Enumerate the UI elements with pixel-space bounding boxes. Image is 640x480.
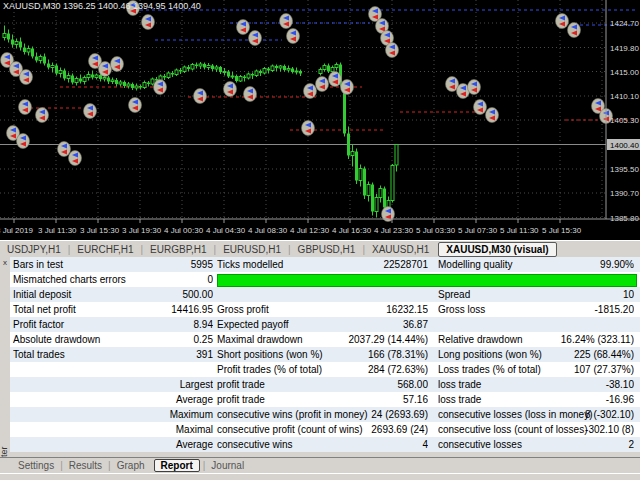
report-cell-value: 24 (2693.69) bbox=[290, 407, 428, 422]
report-row: Initial deposit500.00Spread10 bbox=[10, 287, 640, 302]
chart-tab[interactable]: EURGBP,H1 bbox=[143, 243, 214, 256]
chart-tab[interactable]: EURCHF,H1 bbox=[70, 243, 140, 256]
report-cell-value: Maximum bbox=[70, 407, 213, 422]
report-cell-value: 16.24% (323.11) bbox=[530, 332, 634, 347]
report-row: Profit trades (% of total)284 (72.63%)Lo… bbox=[10, 362, 640, 377]
report-row: Profit factor8.94Expected payoff36.87 bbox=[10, 317, 640, 332]
report-cell-value: -16.96 bbox=[530, 392, 634, 407]
price-chart[interactable]: 1424.701419.801415.001410.101405.301395.… bbox=[0, 0, 640, 240]
svg-text:5 Jul 11:30: 5 Jul 11:30 bbox=[500, 226, 539, 235]
report-row: Averageconsecutive wins4consecutive loss… bbox=[10, 437, 640, 452]
svg-text:4 Jul 23:30: 4 Jul 23:30 bbox=[374, 226, 414, 235]
report-cell-value: -38.10 bbox=[530, 377, 634, 392]
report-cell-value: 166 (78.31%) bbox=[290, 347, 428, 362]
report-cell-value: 107 (27.37%) bbox=[530, 362, 634, 377]
chart-tab[interactable]: USDJPY,H1 bbox=[0, 243, 68, 256]
svg-text:1385.80: 1385.80 bbox=[610, 214, 639, 223]
svg-text:4 Jul 04:30: 4 Jul 04:30 bbox=[206, 226, 246, 235]
svg-text:1419.80: 1419.80 bbox=[610, 44, 639, 53]
report-cell-value: 2037.29 (14.44%) bbox=[290, 332, 428, 347]
svg-text:4 Jul 08:30: 4 Jul 08:30 bbox=[248, 226, 288, 235]
report-cell-value: 284 (72.63%) bbox=[290, 362, 428, 377]
tester-tab-results[interactable]: Results bbox=[63, 460, 108, 471]
report-cell-value: 8 (-302.10) bbox=[530, 407, 634, 422]
svg-text:1415.00: 1415.00 bbox=[610, 68, 639, 77]
report-cell-value: 0.25 bbox=[70, 332, 213, 347]
report-row: Total net profit14416.95Gross profit1623… bbox=[10, 302, 640, 317]
svg-text:1395.50: 1395.50 bbox=[610, 165, 639, 174]
svg-text:1424.70: 1424.70 bbox=[610, 19, 639, 28]
svg-text:1405.30: 1405.30 bbox=[610, 116, 639, 125]
report-cell-value: 36.87 bbox=[290, 317, 428, 332]
report-row: Total trades391Short positions (won %)16… bbox=[10, 347, 640, 362]
current-price-tag: 1400.40 bbox=[607, 139, 640, 150]
report-cell-value: 99.90% bbox=[530, 257, 634, 272]
report-cell-value: Average bbox=[70, 392, 213, 407]
modelling-quality-bar bbox=[217, 274, 637, 287]
report-row: Averageprofit trade57.16loss trade-16.96 bbox=[10, 392, 640, 407]
chart-tab-bar: USDJPY,H1|EURCHF,H1|EURGBP,H1|EURUSD,H1|… bbox=[0, 240, 640, 258]
report-cell-value: Maximal bbox=[70, 422, 213, 437]
report-row: Absolute drawdown0.25Maximal drawdown203… bbox=[10, 332, 640, 347]
chart-tab[interactable]: GBPUSD,H1 bbox=[291, 243, 363, 256]
report-cell-value: -1815.20 bbox=[530, 302, 634, 317]
report-row: Maximumconsecutive wins (profit in money… bbox=[10, 407, 640, 422]
svg-text:5 Jul 07:30: 5 Jul 07:30 bbox=[458, 226, 498, 235]
report-cell-value: 57.16 bbox=[290, 392, 428, 407]
report-cell-value: 22528701 bbox=[290, 257, 428, 272]
svg-text:1390.70: 1390.70 bbox=[610, 189, 639, 198]
report-cell-value: 8.94 bbox=[70, 317, 213, 332]
report-cell-value: 391 bbox=[70, 347, 213, 362]
report-cell-value: 2693.69 (24) bbox=[290, 422, 428, 437]
report-row: Bars in test5995Ticks modelled22528701Mo… bbox=[10, 257, 640, 272]
report-row: Mismatched charts errors0 bbox=[10, 272, 640, 287]
report-cell-value: 4 bbox=[290, 437, 428, 452]
svg-text:4 Jul 16:30: 4 Jul 16:30 bbox=[332, 226, 372, 235]
chart-canvas[interactable]: 1424.701419.801415.001410.101405.301395.… bbox=[0, 0, 640, 240]
chart-tab[interactable]: XAUUSD,H1 bbox=[365, 243, 436, 256]
svg-text:3 Jul 11:30: 3 Jul 11:30 bbox=[38, 226, 77, 235]
svg-text:4 Jul 00:30: 4 Jul 00:30 bbox=[164, 226, 204, 235]
chart-tab[interactable]: XAUUSD,M30 (visual) bbox=[438, 242, 556, 257]
report-cell-value: 5995 bbox=[70, 257, 213, 272]
tester-tab-journal[interactable]: Journal bbox=[205, 460, 250, 471]
report-cell-value: -302.10 (8) bbox=[530, 422, 634, 437]
report-table: Bars in test5995Ticks modelled22528701Mo… bbox=[10, 257, 640, 452]
close-icon[interactable]: x bbox=[1, 258, 9, 267]
price-axis-labels: 1424.701419.801415.001410.101405.301395.… bbox=[610, 19, 639, 223]
report-cell-value: 0 bbox=[70, 272, 213, 287]
report-cell-value: 500.00 bbox=[70, 287, 213, 302]
tester-tab-report[interactable]: Report bbox=[154, 459, 200, 472]
report-cell-value: 2 bbox=[530, 437, 634, 452]
tester-tab-graph[interactable]: Graph bbox=[111, 460, 151, 471]
svg-text:3 Jul 19:30: 3 Jul 19:30 bbox=[122, 226, 162, 235]
report-cell-value: 14416.95 bbox=[70, 302, 213, 317]
tester-tab-settings[interactable]: Settings bbox=[12, 460, 60, 471]
report-cell-value: 10 bbox=[530, 287, 634, 302]
svg-text:3 Jul 2019: 3 Jul 2019 bbox=[0, 226, 33, 235]
chart-tab[interactable]: EURUSD,H1 bbox=[216, 243, 288, 256]
svg-text:1410.10: 1410.10 bbox=[610, 92, 639, 101]
chart-title: XAUUSD,M30 1396.25 1400.46 1394.95 1400.… bbox=[3, 1, 201, 11]
report-row: Maximalconsecutive profit (count of wins… bbox=[10, 422, 640, 437]
svg-text:5 Jul 15:30: 5 Jul 15:30 bbox=[542, 226, 582, 235]
status-strip bbox=[0, 473, 640, 480]
report-cell-value: 16232.15 bbox=[290, 302, 428, 317]
mt4-tester-window: 1424.701419.801415.001410.101405.301395.… bbox=[0, 0, 640, 480]
report-cell-value: 225 (68.44%) bbox=[530, 347, 634, 362]
svg-text:3 Jul 15:30: 3 Jul 15:30 bbox=[80, 226, 120, 235]
svg-text:5 Jul 03:30: 5 Jul 03:30 bbox=[416, 226, 456, 235]
tester-panel-edge: x Tester bbox=[0, 257, 10, 473]
report-cell-value: 568.00 bbox=[290, 377, 428, 392]
report-cell-value: Average bbox=[70, 437, 213, 452]
svg-text:4 Jul 12:30: 4 Jul 12:30 bbox=[290, 226, 330, 235]
report-cell-value: Largest bbox=[70, 377, 213, 392]
report-row: Largestprofit trade568.00loss trade-38.1… bbox=[10, 377, 640, 392]
svg-text:1400.40: 1400.40 bbox=[610, 141, 639, 150]
tester-tab-bar: Settings|Results|GraphReport|Journal bbox=[0, 457, 640, 473]
